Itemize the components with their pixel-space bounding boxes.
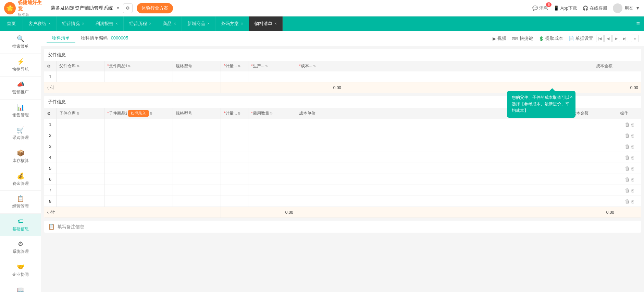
parent-col-spec[interactable]: 规格型号 xyxy=(173,61,221,71)
child-row-8-goods[interactable] xyxy=(104,196,173,207)
gear-button[interactable]: ⚙ xyxy=(123,3,133,13)
parent-col-cost[interactable]: *成本... xyxy=(296,61,344,71)
parent-col-gear[interactable]: ⚙ xyxy=(44,61,57,71)
remark-input[interactable] xyxy=(58,224,637,229)
close-tab-profit[interactable]: × xyxy=(115,21,118,26)
view-toggle-button[interactable]: ≡ xyxy=(631,35,639,42)
child-row-4-goods[interactable] xyxy=(104,152,173,163)
child-row-5-unit-cost[interactable] xyxy=(296,163,344,174)
parent-row-1-goods[interactable] xyxy=(104,71,173,82)
app-download-button[interactable]: 📱 App下载 xyxy=(554,5,577,11)
child-col-quantity[interactable]: *需用数量 xyxy=(248,108,296,119)
nav-prev-button[interactable]: ◀ xyxy=(604,35,612,42)
document-settings-button[interactable]: 📄 单据设置 xyxy=(569,35,593,42)
child-row-6-delete-icon[interactable]: 🗑 xyxy=(625,177,630,182)
message-button[interactable]: 💬 消息 6 xyxy=(532,5,548,11)
user-area[interactable]: 用友 ▼ xyxy=(613,3,640,13)
extract-cost-button[interactable]: 💲 提取成本 xyxy=(538,35,563,42)
child-row-1-quantity[interactable] xyxy=(248,119,296,130)
parent-col-goods[interactable]: *父件商品ℹ xyxy=(104,61,173,71)
sidebar-item-sales[interactable]: 📊 销售管理 xyxy=(0,100,41,122)
child-row-2-copy-icon[interactable]: ⎘ xyxy=(631,133,634,138)
tab-new-goods[interactable]: 新增商品 × xyxy=(182,16,215,31)
sidebar-item-purchase[interactable]: 🛒 采购管理 xyxy=(0,122,41,145)
child-row-2-quantity[interactable] xyxy=(248,130,296,141)
child-row-8-copy-icon[interactable]: ⎘ xyxy=(631,199,634,204)
child-row-7-warehouse[interactable] xyxy=(57,185,104,196)
child-row-6-unit[interactable] xyxy=(221,174,248,185)
child-row-4-quantity[interactable] xyxy=(248,152,296,163)
child-row-1-delete-icon[interactable]: 🗑 xyxy=(625,122,630,127)
close-tab-barcode[interactable]: × xyxy=(241,21,243,26)
child-row-3-delete-icon[interactable]: 🗑 xyxy=(625,144,630,149)
child-row-5-goods[interactable] xyxy=(104,163,173,174)
child-row-1-warehouse[interactable] xyxy=(57,119,104,130)
child-row-6-goods[interactable] xyxy=(104,174,173,185)
parent-col-produce[interactable]: *生产... xyxy=(248,61,296,71)
child-row-2-delete-icon[interactable]: 🗑 xyxy=(625,133,630,138)
scan-input-button[interactable]: 扫码录入 xyxy=(128,110,149,117)
tab-profit[interactable]: 利润报告 × xyxy=(90,16,124,31)
child-row-2-unit-cost[interactable] xyxy=(296,130,344,141)
sidebar-item-guide[interactable]: 📖 新手引导 xyxy=(0,282,41,292)
online-service-button[interactable]: 🎧 在线客服 xyxy=(583,5,607,11)
parent-row-1-produce[interactable] xyxy=(248,71,296,82)
child-row-3-copy-icon[interactable]: ⎘ xyxy=(631,144,634,149)
sub-tab-bom-code[interactable]: 物料清单编码 0000005 xyxy=(75,34,134,43)
child-row-7-goods[interactable] xyxy=(104,185,173,196)
tab-bom[interactable]: 物料清单 × xyxy=(249,16,283,31)
child-row-8-delete-icon[interactable]: 🗑 xyxy=(625,199,630,204)
close-tab-bom[interactable]: × xyxy=(274,21,277,26)
child-row-7-delete-icon[interactable]: 🗑 xyxy=(625,188,630,193)
close-tab-operations[interactable]: × xyxy=(82,21,84,26)
close-all-tabs-button[interactable]: ≡ xyxy=(632,20,644,27)
child-col-unit[interactable]: *计量... xyxy=(221,108,248,119)
child-row-2-warehouse[interactable] xyxy=(57,130,104,141)
child-row-7-unit-cost[interactable] xyxy=(296,185,344,196)
child-row-6-spec[interactable] xyxy=(173,174,221,185)
child-row-8-unit-cost[interactable] xyxy=(296,196,344,207)
video-button[interactable]: ▶ 视频 xyxy=(493,35,506,42)
sidebar-item-marketing[interactable]: 📣 营销推广 xyxy=(0,77,41,100)
child-row-4-copy-icon[interactable]: ⎘ xyxy=(631,155,634,160)
child-col-spec[interactable]: 规格型号 xyxy=(173,108,221,119)
child-row-1-spec[interactable] xyxy=(173,119,221,130)
tab-home[interactable]: 首页 xyxy=(0,16,23,31)
child-row-1-goods[interactable] xyxy=(104,119,173,130)
sidebar-item-search[interactable]: 🔍 搜索菜单 xyxy=(0,31,41,54)
tab-barcode[interactable]: 条码方案 × xyxy=(215,16,249,31)
nav-first-button[interactable]: |◀ xyxy=(596,35,604,42)
child-row-7-unit[interactable] xyxy=(221,185,248,196)
child-row-8-quantity[interactable] xyxy=(248,196,296,207)
child-row-6-copy-icon[interactable]: ⎘ xyxy=(631,177,634,182)
child-row-5-copy-icon[interactable]: ⎘ xyxy=(631,166,634,171)
nav-next-button[interactable]: ▶ xyxy=(612,35,620,42)
sidebar-item-quicknav[interactable]: ⚡ 快捷导航 xyxy=(0,54,41,77)
shortcut-button[interactable]: ⌨ 快捷键 xyxy=(512,35,533,42)
child-row-7-copy-icon[interactable]: ⎘ xyxy=(631,188,634,193)
tab-goods[interactable]: 商品 × xyxy=(157,16,182,31)
child-row-5-unit[interactable] xyxy=(221,163,248,174)
parent-row-1-unit[interactable] xyxy=(221,71,248,82)
tab-operations[interactable]: 经营情况 × xyxy=(57,16,90,31)
child-row-4-delete-icon[interactable]: 🗑 xyxy=(625,155,630,160)
child-row-1-copy-icon[interactable]: ⎘ xyxy=(631,122,634,127)
child-row-5-delete-icon[interactable]: 🗑 xyxy=(625,166,630,171)
child-col-unit-cost[interactable]: 成本单价 xyxy=(296,108,344,119)
sidebar-item-management[interactable]: 📋 经营管理 xyxy=(0,191,41,214)
parent-row-1-warehouse[interactable] xyxy=(57,71,104,82)
child-row-7-quantity[interactable] xyxy=(248,185,296,196)
close-tab-customer[interactable]: × xyxy=(48,21,51,26)
child-row-5-spec[interactable] xyxy=(173,163,221,174)
sidebar-item-inventory[interactable]: 📦 库存核算 xyxy=(0,145,41,168)
child-row-2-goods[interactable] xyxy=(104,130,173,141)
parent-col-unit[interactable]: *计量... xyxy=(221,61,248,71)
close-tab-new-goods[interactable]: × xyxy=(207,21,210,26)
child-row-5-warehouse[interactable] xyxy=(57,163,104,174)
child-row-3-unit[interactable] xyxy=(221,141,248,152)
child-row-6-quantity[interactable] xyxy=(248,174,296,185)
experience-button[interactable]: 体验行业方案 xyxy=(137,3,173,13)
child-col-warehouse[interactable]: 子件仓库 xyxy=(57,108,104,119)
sidebar-item-finance[interactable]: 💰 资金管理 xyxy=(0,168,41,191)
child-row-8-warehouse[interactable] xyxy=(57,196,104,207)
